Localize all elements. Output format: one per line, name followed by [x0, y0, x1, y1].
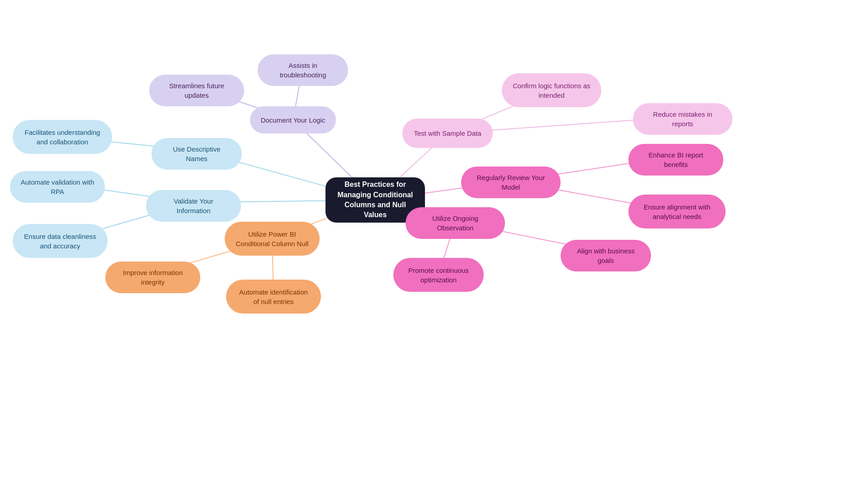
node-test-sample[interactable]: Test with Sample Data — [402, 119, 493, 148]
node-utilize-ongoing[interactable]: Utilize Ongoing Observation — [406, 207, 505, 239]
node-automate-validation[interactable]: Automate validation with RPA — [10, 171, 105, 203]
node-document-logic[interactable]: Document Your Logic — [250, 106, 336, 133]
node-assists-troubleshooting[interactable]: Assists in troubleshooting — [258, 54, 348, 86]
node-utilize-powerbi[interactable]: Utilize Power BI Conditional Column Null — [225, 222, 320, 256]
node-streamlines-future[interactable]: Streamlines future updates — [149, 75, 244, 106]
node-use-descriptive[interactable]: Use Descriptive Names — [151, 138, 242, 170]
node-facilitates-understanding[interactable]: Facilitates understanding and collaborat… — [13, 120, 112, 154]
connections-svg — [0, 0, 868, 490]
node-align-business[interactable]: Align with business goals — [561, 240, 651, 271]
node-automate-null[interactable]: Automate identification of null entries — [226, 280, 321, 314]
node-improve-integrity[interactable]: Improve information integrity — [105, 262, 200, 293]
node-promote-continuous[interactable]: Promote continuous optimization — [393, 258, 484, 292]
node-ensure-alignment[interactable]: Ensure alignment with analytical needs — [628, 195, 726, 228]
node-reduce-mistakes[interactable]: Reduce mistakes in reports — [633, 103, 732, 135]
node-regularly-review[interactable]: Regularly Review Your Model — [461, 167, 561, 198]
node-ensure-cleanliness[interactable]: Ensure data cleanliness and accuracy — [13, 224, 108, 258]
node-confirm-logic[interactable]: Confirm logic functions as intended — [502, 73, 601, 107]
node-validate-info[interactable]: Validate Your Information — [146, 190, 241, 222]
node-enhance-bi[interactable]: Enhance BI report benefits — [628, 144, 723, 176]
mindmap-container: Best Practices for Managing Conditional … — [0, 0, 868, 490]
